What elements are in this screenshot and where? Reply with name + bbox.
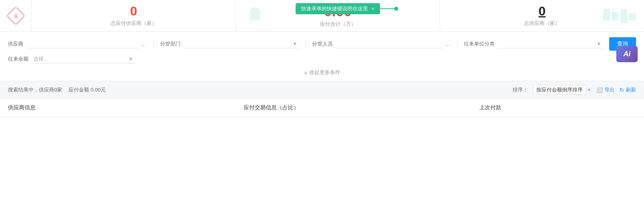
unit-select-wrapper: ▼ [497, 40, 603, 48]
filter-person: 分管人员 ... [312, 40, 451, 48]
stats-bar: 采 0 总应付供应商（家） 0.00 应付合计（万） 快速录单的快捷键说明在这里… [0, 0, 644, 32]
payable-total-label: 应付合计（万） [320, 21, 356, 28]
tooltip-text: 快速录单的快捷键说明在这里 [301, 5, 368, 12]
filter-dept: 分管部门 ▼ [160, 40, 299, 48]
stat-payable-suppliers: 0 总应付供应商（家） [32, 0, 236, 31]
filter-unit: 往来单位分类 ▼ [464, 40, 603, 48]
divider-3 [457, 40, 457, 48]
balance-select[interactable]: 选择... [31, 55, 135, 63]
export-icon: ⬜ [596, 87, 603, 93]
total-suppliers-number: 0 [539, 4, 546, 18]
supplier-label: 供应商 [8, 40, 23, 48]
tooltip-bar: 快速录单的快捷键说明在这里 × [295, 3, 380, 14]
unit-label: 往来单位分类 [464, 40, 495, 48]
divider-2 [305, 40, 306, 48]
collapse-label: 收起更多条件 [309, 69, 340, 76]
tooltip-close-btn[interactable]: × [371, 6, 374, 12]
refresh-button[interactable]: ↻ 刷新 [619, 86, 636, 93]
content-area [0, 117, 644, 204]
supplier-input[interactable] [26, 40, 138, 48]
result-actions: 排序： 按应付会额倒序排序 ▼ ⬜ 导出 ↻ 刷新 [513, 85, 636, 94]
stat-payable-total: 0.00 应付合计（万） 快速录单的快捷键说明在这里 × [236, 0, 440, 31]
sort-select-wrapper: 按应付会额倒序排序 ▼ [533, 85, 591, 94]
table-col2-header: 应付交易信息（占比） [244, 104, 479, 111]
supplier-dots-btn[interactable]: ... [140, 40, 147, 48]
sort-select[interactable]: 按应付会额倒序排序 [533, 85, 586, 94]
collapse-button[interactable]: ∧ 收起更多条件 [304, 69, 340, 76]
person-dots-btn[interactable]: ... [444, 40, 451, 48]
divider-1 [153, 40, 154, 48]
logo-area: 采 [0, 0, 32, 31]
collapse-row: ∧ 收起更多条件 [8, 67, 636, 77]
dept-select[interactable] [183, 40, 299, 48]
dept-label: 分管部门 [160, 40, 181, 48]
sort-chevron-icon: ▼ [587, 88, 591, 92]
ghost-icon [244, 4, 266, 26]
logo-icon: 采 [6, 6, 25, 25]
payable-suppliers-label: 总应付供应商（家） [111, 20, 157, 27]
collapse-icon: ∧ [304, 70, 308, 76]
person-input[interactable] [335, 40, 442, 48]
amount-text: 应付金额 0.00元 [69, 86, 106, 93]
bg-decoration [603, 9, 636, 23]
filter-row-1: 供应商 ... 分管部门 ▼ 分管人员 ... 往来单位分类 [8, 37, 636, 51]
dept-select-wrapper: ▼ [183, 40, 299, 48]
table-col1-header: 供应商信息 [8, 104, 244, 111]
tooltip-dot [394, 7, 398, 11]
filter-balance: 往来余额 选择... ▼ [8, 55, 135, 63]
stat-total-suppliers: 0 总供应商（家） [440, 0, 644, 31]
payable-suppliers-number: 0 [130, 4, 137, 18]
export-label: 导出 [604, 86, 615, 93]
filter-row-2: 往来余额 选择... ▼ [8, 55, 636, 63]
ai-button[interactable]: Ai [616, 46, 638, 62]
filter-supplier: 供应商 ... [8, 40, 147, 48]
table-col3-header: 上次付款 [479, 104, 636, 111]
result-info: 搜索结果中，供应商0家 应付金额 0.00元 [8, 86, 106, 93]
result-bar: 搜索结果中，供应商0家 应付金额 0.00元 排序： 按应付会额倒序排序 ▼ ⬜… [0, 81, 644, 99]
svg-text:采: 采 [13, 13, 18, 18]
balance-select-wrapper: 选择... ▼ [31, 55, 135, 63]
person-label: 分管人员 [312, 40, 333, 48]
export-button[interactable]: ⬜ 导出 [596, 86, 615, 93]
refresh-label: 刷新 [626, 86, 636, 93]
svg-rect-3 [250, 12, 260, 19]
table-header: 供应商信息 应付交易信息（占比） 上次付款 [0, 99, 644, 117]
unit-select[interactable] [497, 40, 603, 48]
balance-label: 往来余额 [8, 55, 29, 63]
suppliers-count-text: 搜索结果中，供应商0家 [8, 86, 62, 93]
filter-bar: 供应商 ... 分管部门 ▼ 分管人员 ... 往来单位分类 [0, 32, 644, 81]
total-suppliers-label: 总供应商（家） [524, 20, 560, 27]
refresh-icon: ↻ [619, 87, 624, 93]
sort-label: 排序： [513, 86, 528, 93]
